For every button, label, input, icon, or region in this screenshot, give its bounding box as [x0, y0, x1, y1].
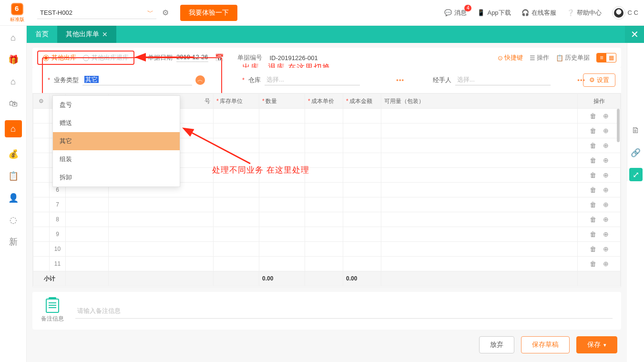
message-icon: 💬 — [444, 9, 452, 16]
top-header: 标准版 TEST-H002 ﹀ ⚙ 我要体验一下 💬 消息 4 📱 App下载 … — [0, 0, 644, 26]
tenant-select[interactable]: TEST-H002 ﹀ — [37, 6, 156, 19]
customer-service-link[interactable]: 🎧 在线客服 — [521, 9, 556, 17]
phone-icon: 📱 — [477, 9, 485, 16]
user-menu[interactable]: C C — [612, 6, 638, 20]
headset-icon: 🎧 — [521, 9, 529, 16]
header-right: 💬 消息 4 📱 App下载 🎧 在线客服 ❔ 帮助中心 C C — [444, 6, 638, 20]
chevron-down-icon: ﹀ — [147, 8, 153, 17]
messages-link[interactable]: 💬 消息 4 — [444, 9, 467, 17]
avatar-icon — [612, 6, 625, 20]
logo: 标准版 — [6, 3, 29, 23]
help-icon: ❔ — [567, 9, 574, 16]
message-badge: 4 — [464, 5, 472, 11]
edition-label: 标准版 — [10, 16, 24, 23]
experience-button[interactable]: 我要体验一下 — [180, 5, 237, 21]
settings-gear-icon[interactable]: ⚙ — [162, 8, 169, 17]
tenant-name: TEST-H002 — [40, 9, 72, 16]
logo-icon — [11, 3, 23, 15]
app-download-link[interactable]: 📱 App下载 — [477, 9, 511, 17]
help-center-link[interactable]: ❔ 帮助中心 — [567, 9, 602, 17]
